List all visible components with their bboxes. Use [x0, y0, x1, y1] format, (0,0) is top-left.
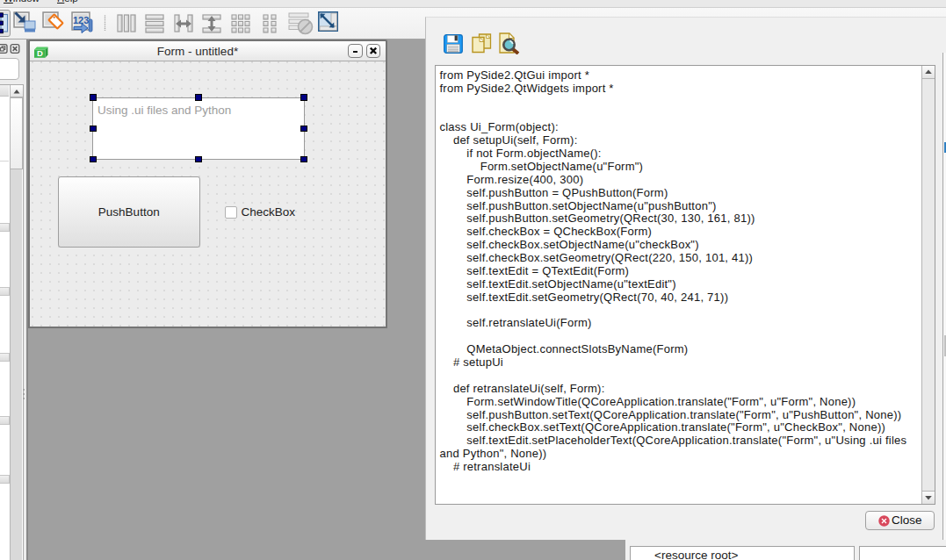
svg-text:123: 123 — [73, 15, 89, 25]
svg-text:D: D — [37, 48, 43, 58]
